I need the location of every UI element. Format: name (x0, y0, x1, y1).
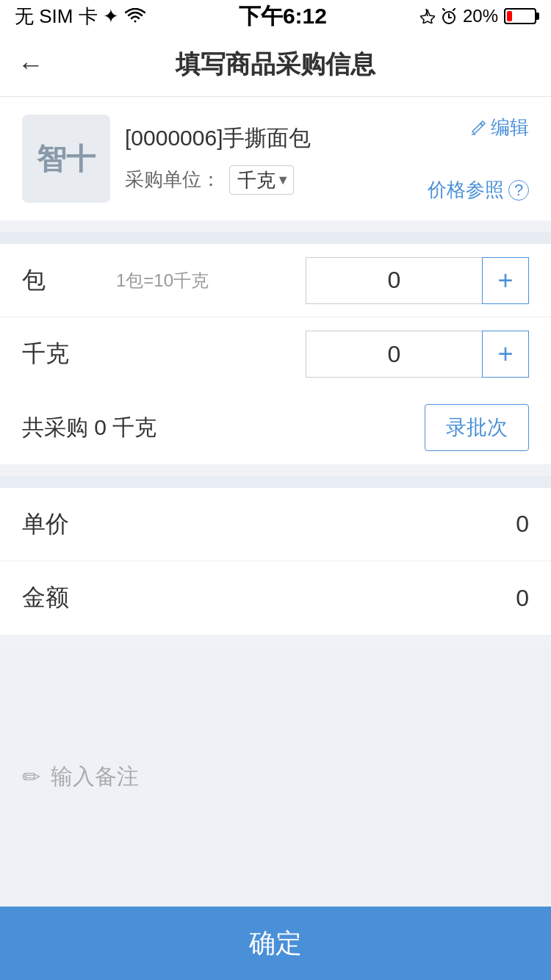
package-sublabel: 1包=10千克 (116, 269, 306, 292)
divider-2 (0, 476, 551, 488)
package-input-right: + (306, 257, 529, 304)
amount-row: 金额 0 (0, 561, 551, 635)
battery-percent: 20% (463, 6, 498, 26)
page-title: 填写商品采购信息 (176, 48, 375, 82)
product-name: [0000006]手撕面包 (125, 123, 529, 154)
no-sim-text: 无 SIM 卡 ✦ (15, 4, 119, 29)
package-input-row: 包 1包=10千克 + (0, 244, 551, 317)
summary-row: 共采购 0 千克 录批次 (0, 391, 551, 464)
product-card: 智十 [0000006]手撕面包 采购单位： 千克 编辑 价格参照 (0, 97, 551, 220)
nav-bar: ← 填写商品采购信息 (0, 32, 551, 97)
kg-input-right: + (306, 331, 529, 378)
back-button[interactable]: ← (18, 49, 44, 80)
status-bar: 无 SIM 卡 ✦ 下午6:12 20% (0, 0, 551, 32)
main-content: 智十 [0000006]手撕面包 采购单位： 千克 编辑 价格参照 (0, 97, 551, 907)
svg-line-5 (453, 9, 455, 10)
amount-value: 0 (516, 585, 529, 612)
input-section: 包 1包=10千克 + 千克 + (0, 244, 551, 391)
unit-price-row: 单价 0 (0, 488, 551, 561)
edit-label: 编辑 (491, 115, 529, 140)
kg-input-row: 千克 + (0, 317, 551, 391)
kg-label: 千克 (22, 338, 110, 370)
unit-label: 采购单位： (125, 167, 220, 192)
product-logo: 智十 (37, 139, 96, 179)
unit-price-value: 0 (516, 511, 529, 538)
edit-icon (470, 120, 486, 136)
alarm-icon (441, 8, 457, 24)
package-label: 包 (22, 264, 110, 297)
confirm-button[interactable]: 确定 (0, 907, 551, 980)
amount-label: 金额 (22, 582, 516, 614)
package-qty-input[interactable] (306, 257, 482, 304)
product-image: 智十 (22, 115, 110, 203)
unit-select-wrapper[interactable]: 千克 (229, 165, 294, 195)
kg-qty-input[interactable] (306, 331, 482, 378)
wifi-icon (125, 8, 145, 24)
pricing-section: 单价 0 金额 0 (0, 488, 551, 635)
svg-line-4 (443, 9, 444, 10)
price-ref-button[interactable]: 价格参照 ? (428, 177, 529, 203)
price-ref-label: 价格参照 (428, 177, 504, 203)
status-left: 无 SIM 卡 ✦ (15, 4, 145, 29)
package-plus-button[interactable]: + (482, 257, 529, 304)
remark-section[interactable]: ✏ 输入备注 (0, 646, 551, 907)
price-ref-help: ? (508, 180, 529, 201)
kg-plus-button[interactable]: + (482, 331, 529, 378)
divider-1 (0, 232, 551, 244)
remark-icon: ✏ (22, 764, 40, 790)
unit-price-label: 单价 (22, 508, 516, 541)
status-right: 20% (420, 6, 536, 26)
batch-button[interactable]: 录批次 (425, 404, 529, 451)
unit-select[interactable]: 千克 (229, 165, 294, 195)
location-icon (420, 9, 435, 24)
remark-placeholder: 输入备注 (51, 762, 139, 792)
summary-text: 共采购 0 千克 (22, 413, 425, 443)
status-time: 下午6:12 (239, 1, 327, 32)
battery-indicator (504, 8, 536, 24)
edit-button[interactable]: 编辑 (470, 115, 529, 140)
